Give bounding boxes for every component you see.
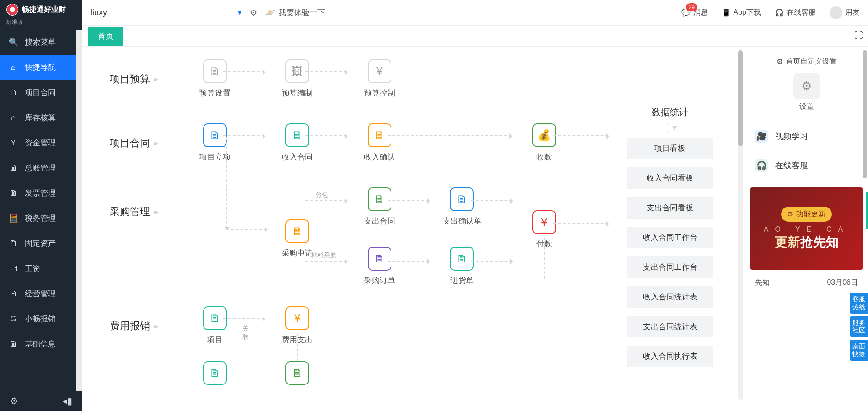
stat-income-contract-board[interactable]: 收入合同看板 — [627, 167, 713, 189]
tab-bar: 首页 ⛶ — [82, 26, 868, 47]
node-expense-contract[interactable]: 🗎支出合同 — [352, 187, 407, 226]
accent-bar — [866, 192, 868, 229]
sidebar-item-funds[interactable]: ¥ 资金管理 — [0, 130, 82, 155]
user-label: 用友 — [845, 8, 860, 17]
rail-video-link[interactable]: 🎥 视频学习 — [745, 122, 868, 151]
float-tab-community[interactable]: 服务 社区 — [850, 316, 868, 337]
section-title-expense: 费用报销▸▸ — [110, 306, 178, 333]
node-receipt[interactable]: 💰收款 — [517, 123, 572, 162]
stat-expense-contract-board[interactable]: 支出合同看板 — [627, 197, 713, 219]
messages-button[interactable]: 💬 29 消息 — [681, 8, 708, 17]
stat-expense-contract-workbench[interactable]: 支出合同工作台 — [627, 256, 713, 278]
sidebar-scrollbar[interactable]: 🔍 搜索菜单 ⌂ 快捷导航 🗎 项目合同 ⌂ 库存核算 ¥ 资金管理 🗎 总账 — [0, 30, 82, 391]
rail-settings-label: 设置 — [745, 102, 868, 112]
float-tab-hotline[interactable]: 客服 热线 — [850, 293, 868, 314]
planet-icon: 🪐 — [265, 8, 275, 17]
video-icon: 🎥 — [755, 130, 768, 143]
tab-home[interactable]: 首页 — [88, 27, 123, 46]
gear-icon[interactable]: ⚙ — [250, 8, 257, 18]
node-placeholder-a[interactable]: 🗎 — [188, 361, 242, 390]
canvas-scrollbar[interactable] — [738, 50, 743, 400]
rail-footer-date: 03月06日 — [827, 278, 858, 288]
sidebar-item-project-contract[interactable]: 🗎 项目合同 — [0, 80, 82, 105]
sidebar-item-label: 库存核算 — [25, 112, 56, 123]
rail-footer: 先知 03月06日 — [745, 273, 868, 292]
chart-icon: 🗠 — [8, 264, 18, 273]
settings-icon[interactable]: ⚙ — [10, 395, 18, 406]
stat-project-board[interactable]: 项目看板 — [627, 138, 713, 159]
sidebar-item-salary[interactable]: 🗠 工资 — [0, 256, 82, 281]
rail-footer-left: 先知 — [755, 278, 770, 288]
node-budget-control[interactable]: ¥预算控制 — [352, 59, 407, 98]
doc-icon: 🗎 — [8, 239, 18, 248]
sidebar-item-quicknav[interactable]: ⌂ 快捷导航 — [0, 55, 82, 80]
sidebar-item-label: 快捷导航 — [25, 62, 56, 73]
sidebar-item-basic-info[interactable]: 🗎 基础信息 — [0, 331, 82, 357]
fullscreen-icon[interactable]: ⛶ — [854, 30, 863, 41]
stats-column: 数据统计 ⋮▾ 项目看板 收入合同看板 支出合同看板 收入合同工作台 支出合同工… — [627, 106, 713, 375]
account-selector[interactable]: liuxy ▾ — [91, 8, 241, 17]
node-income-contract[interactable]: 🗎收入合同 — [270, 123, 325, 162]
stat-expense-contract-table[interactable]: 支出合同统计表 — [627, 316, 713, 337]
rail-video-label: 视频学习 — [775, 131, 808, 142]
down-arrow-icon: ⋮▾ — [627, 122, 713, 133]
doc-icon: 🗎 — [8, 340, 18, 349]
sidebar-item-fixed-assets[interactable]: 🗎 固定资产 — [0, 231, 82, 256]
sidebar-item-inventory[interactable]: ⌂ 库存核算 — [0, 105, 82, 130]
gear-icon: ⚙ — [777, 57, 783, 66]
sidebar-item-tax[interactable]: 🧮 税务管理 — [0, 206, 82, 231]
node-budget-compile[interactable]: 🖼预算编制 — [270, 59, 325, 98]
sidebar: 畅捷通好业财 标准版 🔍 搜索菜单 ⌂ 快捷导航 🗎 项目合同 ⌂ 库存核算 ¥ — [0, 0, 82, 411]
node-placeholder-b[interactable]: 🗎 — [270, 361, 325, 390]
doc-icon: 🗎 — [8, 189, 18, 198]
online-service-button[interactable]: 🎧 在线客服 — [775, 8, 816, 17]
label-relate: 关 联 — [242, 325, 249, 341]
node-procure-order[interactable]: 🗎采购订单 — [352, 247, 407, 286]
float-tab-desktop[interactable]: 桌面 快捷 — [850, 340, 868, 361]
sidebar-item-xiaochang[interactable]: G 小畅报销 — [0, 306, 82, 331]
sidebar-item-label: 工资 — [25, 263, 40, 274]
rail-service-link[interactable]: 🎧 在线客服 — [745, 151, 868, 180]
node-project[interactable]: 🗎项目 — [188, 306, 242, 345]
app-download-button[interactable]: 📱 App下载 — [722, 8, 761, 17]
search-icon: 🔍 — [8, 37, 18, 47]
stat-income-contract-table[interactable]: 收入合同统计表 — [627, 286, 713, 308]
promo-line2: 更新抢先知 — [775, 234, 839, 251]
promo-line1: AO YE CA — [764, 225, 849, 234]
node-project-initiate[interactable]: 🗎项目立项 — [188, 123, 242, 162]
canvas-viewport: 项目预算▸▸ 🗎预算设置 🖼预算编制 — [82, 47, 745, 411]
refresh-icon: ⟳ — [788, 210, 793, 219]
account-name: liuxy — [91, 8, 234, 17]
user-menu[interactable]: 用友 — [830, 6, 860, 19]
stat-income-contract-workbench[interactable]: 收入合同工作台 — [627, 227, 713, 248]
download-label: App下载 — [734, 8, 761, 17]
g-icon: G — [8, 315, 18, 324]
sidebar-item-invoice[interactable]: 🗎 发票管理 — [0, 181, 82, 206]
doc-icon: 🗎 — [8, 289, 18, 299]
node-expense-confirm[interactable]: 🗎支出确认单 — [434, 187, 489, 226]
node-income-confirm[interactable]: 🗎收入确认 — [352, 123, 407, 162]
node-goods-in[interactable]: 🗎进货单 — [434, 247, 489, 286]
edition-label: 标准版 — [0, 18, 82, 30]
label-subpackage: 分包 — [316, 191, 328, 199]
collapse-icon[interactable]: ◂▮ — [63, 395, 72, 406]
try-demo-button[interactable]: 🪐 我要体验一下 — [265, 7, 325, 18]
section-title-budget: 项目预算▸▸ — [110, 59, 178, 86]
sidebar-item-operations[interactable]: 🗎 经营管理 — [0, 281, 82, 306]
topbar: liuxy ▾ ⚙ 🪐 我要体验一下 💬 29 消息 📱 App下载 — [82, 0, 868, 26]
node-budget-setup[interactable]: 🗎预算设置 — [188, 59, 242, 98]
sidebar-item-search[interactable]: 🔍 搜索菜单 — [0, 30, 82, 55]
stat-income-contract-exec[interactable]: 收入合同执行表 — [627, 346, 713, 367]
brand-title: 畅捷通好业财 — [22, 5, 66, 15]
try-label: 我要体验一下 — [279, 7, 325, 18]
rail-settings-tile[interactable]: ⚙ — [793, 73, 820, 99]
headset-icon: 🎧 — [755, 159, 768, 172]
sidebar-item-label: 经营管理 — [25, 288, 56, 299]
promo-banner[interactable]: ⟳ 功能更新 AO YE CA 更新抢先知 — [750, 187, 863, 270]
sidebar-item-label: 小畅报销 — [25, 314, 56, 324]
sidebar-item-general-ledger[interactable]: 🗎 总账管理 — [0, 155, 82, 181]
rail-scrollbar[interactable] — [863, 50, 867, 178]
house-icon: ⌂ — [8, 113, 18, 123]
promo-pill: ⟳ 功能更新 — [781, 207, 832, 222]
avatar-icon — [830, 6, 842, 19]
